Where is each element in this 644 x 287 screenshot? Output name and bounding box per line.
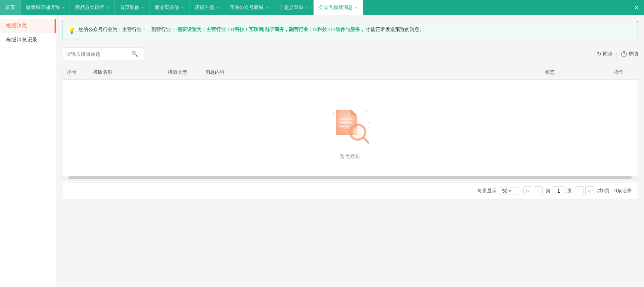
sidebar-item-template-record[interactable]: 模版消息记录 [0,33,56,47]
nav-tab-category[interactable]: 商品分类设置 × [70,0,114,15]
templatemsgs-tab-label: 公众号模版消息 [319,4,353,11]
nav-tab-productpage[interactable]: 商品页装修 × [150,0,189,15]
pagination: 每页显示 50 ▾ |◂ ‹ 第 页 [62,182,638,199]
sync-button[interactable]: ↻ 同步 [597,51,613,57]
empty-text: 暂无数据 [340,153,361,160]
theme-tab-label: 店铺主题 [195,4,214,11]
productpage-tab-label: 商品页装修 [155,4,179,11]
notice-icon: 💡 [68,26,76,35]
sync-icon: ↻ [597,51,601,57]
nav-tab-templatemsgs[interactable]: 公众号模版消息 × [314,0,363,15]
last-page-button[interactable]: ▸| [585,186,594,195]
svg-point-7 [366,110,369,113]
page-nav-next: › ▸| [575,186,594,195]
prev-page-icon: ‹ [537,188,539,193]
th-action: 操作 [600,65,638,79]
page-prefix: 第 [546,187,551,194]
next-page-button[interactable]: › [575,186,584,195]
svg-point-8 [368,122,370,123]
page-size-label: 每页显示 [477,187,497,194]
homepage-tab-close[interactable]: × [142,6,144,10]
svg-point-6 [332,112,335,115]
page-input-wrap: 第 页 [546,186,572,195]
weshop-tab-close[interactable]: × [62,6,64,10]
openstore-tab-close[interactable]: × [266,6,268,10]
search-bar: 🔍 ↻ 同步 | ? 帮助 [62,48,638,60]
help-button[interactable]: ? 帮助 [621,51,638,57]
prev-page-button[interactable]: ‹ [534,186,543,195]
sidebar-item-template-record-label: 模版消息记录 [6,37,37,43]
sidebar-item-template-msg[interactable]: 模版消息 [0,19,56,33]
notice-highlight: 需要设置为：主营行业：IT科技 / 互联网|电子商务，副营行业：IT科技 / I… [177,27,365,32]
top-nav: 首页 微商城店铺设置 × 商品分类设置 × 首页装修 × 商品页装修 × 店铺主… [0,0,644,15]
page-suffix: 页 [567,187,572,194]
homepage-tab-label: 首页装修 [120,4,139,11]
nav-tab-weshop[interactable]: 微商城店铺设置 × [21,0,70,15]
th-content: 消息内容 [201,65,540,79]
search-icon[interactable]: 🔍 [132,51,138,57]
close-all-button[interactable]: ✕ [629,4,644,11]
page-nav: |◂ ‹ [523,186,543,195]
notice-bar: 💡 您的公众号行业为：主营行业：，副营行业： 需要设置为：主营行业：IT科技 /… [62,21,638,40]
empty-illustration [328,102,373,147]
page-size-value: 50 [502,188,508,194]
horizontal-scrollbar[interactable] [62,176,638,181]
templatemsgs-tab-close[interactable]: × [355,6,357,10]
sidebar: 模版消息 模版消息记录 [0,15,56,287]
first-page-button[interactable]: |◂ [523,186,532,195]
table-header: 序号 模版名称 模版类型 消息内容 状态 操作 [62,65,638,80]
home-tab-label: 首页 [5,4,15,11]
scrollbar-thumb[interactable] [68,176,632,179]
search-actions: ↻ 同步 | ? 帮助 [597,51,638,57]
search-input[interactable] [66,48,132,60]
search-input-wrap: 🔍 [62,48,144,60]
notice-suffix: 才能正常发送预置的消息。 [366,27,424,32]
category-tab-close[interactable]: × [107,6,109,10]
svg-point-4 [353,127,363,137]
custommenu-tab-close[interactable]: × [306,6,308,10]
notice-prefix: 您的公众号行业为：主营行业：，副营行业： [78,27,176,32]
svg-line-5 [363,138,368,143]
sync-label: 同步 [603,51,613,57]
content-area: 💡 您的公众号行业为：主营行业：，副营行业： 需要设置为：主营行业：IT科技 /… [56,15,644,287]
th-name: 模版名称 [89,65,163,79]
th-type: 模版类型 [163,65,201,79]
th-seq: 序号 [62,65,89,79]
category-tab-label: 商品分类设置 [75,4,104,11]
page-size-select[interactable]: 50 ▾ [500,187,520,195]
weshop-tab-label: 微商城店铺设置 [26,4,60,11]
nav-tab-custommenu[interactable]: 自定义菜单 × [274,0,314,15]
theme-tab-close[interactable]: × [216,6,219,10]
nav-tab-openstore[interactable]: 开通公众号商城 × [224,0,274,15]
next-page-icon: › [579,188,580,193]
sidebar-item-template-msg-label: 模版消息 [6,22,27,28]
notice-text: 您的公众号行业为：主营行业：，副营行业： 需要设置为：主营行业：IT科技 / 互… [78,26,424,34]
th-status: 状态 [540,65,600,79]
nav-tab-home[interactable]: 首页 [0,0,21,15]
productpage-tab-close[interactable]: × [181,6,184,10]
total-text: 共0页，0条记录 [597,187,632,194]
custommenu-tab-label: 自定义菜单 [279,4,303,11]
help-label: 帮助 [628,51,638,57]
divider: | [616,51,617,57]
nav-tab-theme[interactable]: 店铺主题 × [189,0,224,15]
main-layout: 模版消息 模版消息记录 💡 您的公众号行业为：主营行业：，副营行业： 需要设置为… [0,15,644,287]
page-size-dropdown-icon: ▾ [509,189,511,193]
help-icon: ? [621,51,627,57]
page-number-input[interactable] [552,186,566,195]
first-page-icon: |◂ [526,188,529,193]
data-table: 序号 模版名称 模版类型 消息内容 状态 操作 [62,65,638,199]
empty-state: 暂无数据 [62,80,638,175]
last-page-icon: ▸| [588,188,591,193]
openstore-tab-label: 开通公众号商城 [229,4,264,11]
nav-tab-homepage[interactable]: 首页装修 × [115,0,150,15]
